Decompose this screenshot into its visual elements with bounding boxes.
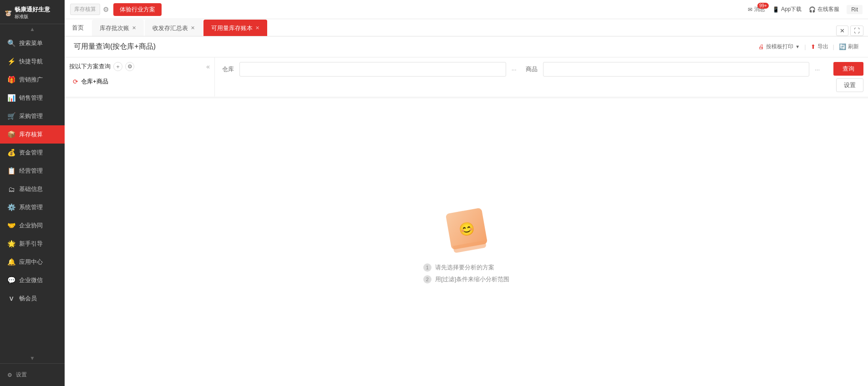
print-template-button[interactable]: 🖨 按模板打印 ▼ (758, 43, 800, 51)
empty-hint-2: 2 用[过滤]条件来缩小分析范围 (423, 275, 509, 283)
sidebar-item-label: 基础信息 (19, 185, 43, 193)
sidebar-item-newbie[interactable]: 🌟 新手引导 (0, 235, 65, 253)
tab-summary-label: 收发存汇总表 (152, 24, 188, 32)
hint-num-2: 2 (423, 275, 431, 283)
print-dropdown-icon[interactable]: ▼ (795, 44, 800, 49)
message-button[interactable]: ✉ 消息 99+ (748, 5, 765, 13)
query-section: 按以下方案查询 ＋ ⚙ « ⟳ 仓库+商品 仓库 ··· (65, 57, 868, 97)
sidebar-nav: 🔍 搜索菜单 ⚡ 快捷导航 🎁 营销推广 📊 销售管理 🛒 采购管理 📦 库存核… (0, 34, 65, 353)
basics-icon: 🗂 (7, 185, 15, 193)
empty-box-graphic: 😊 (445, 207, 487, 250)
sidebar: 🐮 畅康通好生意 标准版 ▲ 🔍 搜索菜单 ⚡ 快捷导航 🎁 营销推广 📊 销售… (0, 0, 65, 386)
tab-available[interactable]: 可用量库存账本 ✕ (203, 20, 267, 36)
tab-close-all-button[interactable]: ✕ (836, 26, 848, 36)
tab-available-close[interactable]: ✕ (255, 25, 259, 31)
refresh-icon: 🔄 (839, 43, 846, 50)
query-button[interactable]: 查询 (833, 62, 863, 76)
tab-home-label: 首页 (72, 24, 84, 32)
tab-batch-close[interactable]: ✕ (132, 25, 136, 31)
product-more-button[interactable]: ··· (813, 66, 822, 73)
scheme-item-label: 仓库+商品 (81, 77, 108, 86)
sidebar-item-appcenter[interactable]: 🔔 应用中心 (0, 253, 65, 271)
sidebar-bottom: ⚙ 设置 (0, 363, 65, 386)
scheme-item-warehouse-product[interactable]: ⟳ 仓库+商品 (69, 75, 210, 88)
warehouse-filter-field: 仓库 ··· (222, 62, 518, 77)
tab-batch-label: 库存批次账 (100, 24, 129, 32)
sidebar-item-label: 新手引导 (19, 240, 43, 248)
warehouse-more-button[interactable]: ··· (510, 66, 518, 73)
sidebar-item-marketing[interactable]: 🎁 营销推广 (0, 71, 65, 89)
sidebar-item-label: 采购管理 (19, 112, 43, 120)
sidebar-item-purchase[interactable]: 🛒 采购管理 (0, 107, 65, 125)
settings-bottom-icon: ⚙ (7, 372, 12, 378)
sidebar-scroll-up[interactable]: ▲ (0, 24, 65, 34)
scheme-item-icon: ⟳ (73, 78, 78, 85)
sidebar-item-label: 企业协同 (19, 221, 43, 230)
user-menu[interactable]: Rit (847, 5, 863, 14)
warehouse-filter-input[interactable] (239, 62, 506, 77)
app-download-button[interactable]: 📱 App下载 (772, 5, 802, 13)
brand-icon: 🐮 (5, 10, 12, 16)
sidebar-item-label: 应用中心 (19, 258, 43, 266)
hint-text-1: 请先选择要分析的方案 (435, 263, 494, 272)
tab-home[interactable]: 首页 (65, 20, 91, 36)
sales-icon: 📊 (7, 94, 15, 102)
wechat-icon: 💬 (7, 276, 15, 284)
refresh-button[interactable]: 🔄 刷新 (839, 43, 859, 51)
sidebar-scroll-down[interactable]: ▼ (0, 353, 65, 363)
header-actions: 🖨 按模板打印 ▼ | ⬆ 导出 | 🔄 刷新 (758, 43, 859, 56)
schemes-header-label: 按以下方案查询 (69, 62, 111, 71)
sidebar-item-system[interactable]: ⚙️ 系统管理 (0, 198, 65, 216)
sidebar-item-wechat[interactable]: 💬 企业微信 (0, 271, 65, 289)
user-label: Rit (851, 6, 858, 13)
empty-state: 😊 1 请先选择要分析的方案 2 用[过滤]条件来缩小分析范围 (65, 98, 868, 386)
edit-scheme-button[interactable]: ⚙ (125, 62, 134, 71)
add-scheme-button[interactable]: ＋ (113, 62, 122, 71)
message-badge: 99+ (757, 3, 769, 9)
sidebar-item-label: 资金管理 (19, 149, 43, 157)
sidebar-item-cooperation[interactable]: 🤝 企业协同 (0, 216, 65, 235)
tab-summary[interactable]: 收发存汇总表 ✕ (145, 20, 203, 36)
empty-face-icon: 😊 (457, 220, 475, 237)
export-button[interactable]: ⬆ 导出 (811, 43, 828, 51)
tab-batch[interactable]: 库存批次账 ✕ (92, 20, 144, 36)
sidebar-item-label: 库存核算 (19, 130, 43, 139)
topbar-right: ✉ 消息 99+ 📱 App下载 🎧 在线客服 Rit (748, 5, 863, 14)
topbar: 库存核算 ⚙ 体验行业方案 ✉ 消息 99+ 📱 App下载 🎧 在线客服 Ri… (65, 0, 868, 19)
system-icon: ⚙️ (7, 203, 15, 211)
sidebar-settings[interactable]: ⚙ 设置 (0, 367, 65, 382)
topbar-left: 库存核算 ⚙ (70, 4, 109, 15)
divider1: | (804, 43, 806, 50)
export-icon: ⬆ (811, 43, 816, 50)
finance-icon: 💰 (7, 149, 15, 157)
newbie-icon: 🌟 (7, 240, 15, 248)
sidebar-item-finance[interactable]: 💰 资金管理 (0, 144, 65, 162)
service-button[interactable]: 🎧 在线客服 (809, 5, 839, 13)
sidebar-item-label: 畅会员 (19, 294, 37, 303)
tab-expand-button[interactable]: ⛶ (850, 26, 863, 36)
sidebar-item-member[interactable]: V 畅会员 (0, 289, 65, 308)
product-filter-input[interactable] (543, 62, 810, 77)
message-icon: ✉ (748, 6, 752, 13)
sidebar-item-sales[interactable]: 📊 销售管理 (0, 89, 65, 107)
trial-button[interactable]: 体验行业方案 (113, 3, 162, 16)
sidebar-item-label: 销售管理 (19, 94, 43, 102)
sidebar-item-shortcut[interactable]: ⚡ 快捷导航 (0, 52, 65, 71)
sidebar-item-inventory[interactable]: 📦 库存核算 (0, 125, 65, 144)
refresh-label: 刷新 (848, 43, 859, 51)
filter-fields: 仓库 ··· 商品 ··· (215, 57, 829, 97)
sidebar-item-basics[interactable]: 🗂 基础信息 (0, 180, 65, 198)
warehouse-filter-label: 仓库 (222, 65, 236, 73)
sidebar-item-search[interactable]: 🔍 搜索菜单 (0, 34, 65, 52)
tab-summary-close[interactable]: ✕ (191, 25, 195, 31)
topbar-gear-icon[interactable]: ⚙ (103, 5, 109, 14)
sidebar-item-label: 企业微信 (19, 276, 43, 284)
settings-button[interactable]: 设置 (836, 78, 863, 92)
inventory-icon: 📦 (7, 130, 15, 139)
tabs-bar: 首页 库存批次账 ✕ 收发存汇总表 ✕ 可用量库存账本 ✕ ✕ ⛶ (65, 19, 868, 36)
schemes-header: 按以下方案查询 ＋ ⚙ « (69, 62, 210, 71)
divider2: | (833, 43, 834, 50)
sidebar-item-operations[interactable]: 📋 经营管理 (0, 162, 65, 180)
sidebar-item-label: 系统管理 (19, 203, 43, 211)
collapse-schemes-button[interactable]: « (206, 63, 210, 70)
